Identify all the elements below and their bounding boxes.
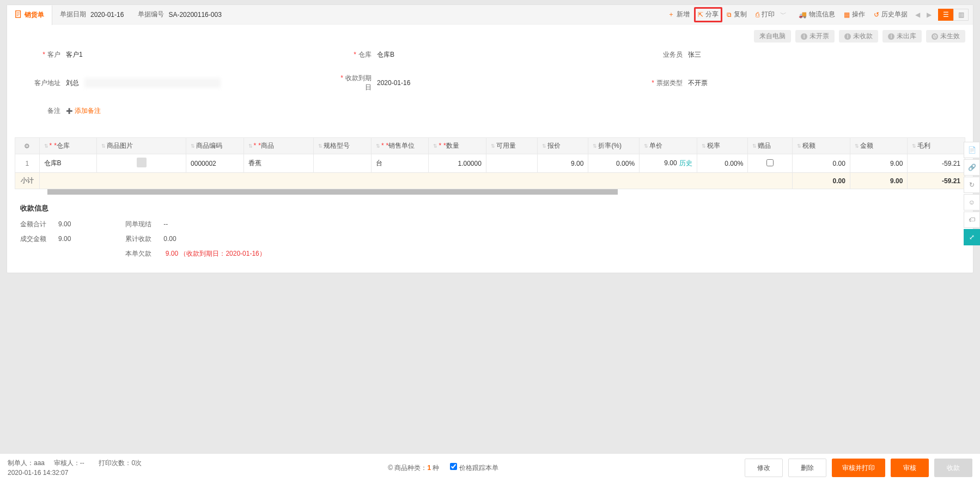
payment-title: 收款信息 [20,203,960,213]
warehouse-value[interactable]: 仓库B [377,50,394,59]
col-profit[interactable]: ⇅毛利 [908,138,965,154]
col-gift[interactable]: ⇅赠品 [748,138,793,154]
rail-attach-icon[interactable]: 🔗 [964,159,980,176]
edit-button[interactable]: 修改 [745,459,783,477]
add-remark-link[interactable]: 添加备注 [66,106,101,116]
customer-label: 客户 [23,50,60,59]
prev-icon[interactable]: ◀ [912,11,923,19]
cell-spec[interactable] [314,154,371,173]
follow-price[interactable]: 价格跟踪本单 [450,463,498,473]
plus-icon: ＋ [668,10,674,19]
cell-amount: 9.00 [850,154,907,173]
tab-title: 销货单 [25,10,44,20]
view-list-icon[interactable]: ☰ [938,9,953,21]
price-history-link[interactable]: 历史 [679,159,692,167]
gift-checkbox[interactable] [766,159,774,166]
cell-image[interactable] [97,154,186,173]
cell-avail[interactable] [486,154,537,173]
chevron-down-icon: ﹀ [777,10,790,19]
cell-unit[interactable]: 台 [371,154,428,173]
cell-price[interactable]: 9.00历史 [640,154,697,173]
auditor-value: -- [80,459,84,467]
customer-value[interactable]: 客户1 [66,50,83,59]
warehouse-label: 仓库 [334,50,372,59]
col-warehouse[interactable]: ⇅*仓库 [39,138,96,154]
col-quote[interactable]: ⇅报价 [537,138,588,154]
rail-note-icon[interactable]: 📄 [964,142,980,158]
cell-product[interactable]: 香蕉 [244,154,314,173]
status-source: 来自电脑 [754,30,791,43]
col-avail[interactable]: ⇅可用量 [486,138,537,154]
col-unit[interactable]: ⇅*销售单位 [371,138,428,154]
rail-refresh-icon[interactable]: ↻ [964,177,980,193]
gear-header[interactable]: ⚙ [15,138,40,154]
status-outbound: i未出库 [882,30,922,43]
rail-expand-icon[interactable]: ⤢ [964,229,980,245]
cell-gift[interactable] [748,154,793,173]
col-price[interactable]: ⇅单价 [640,138,697,154]
grid-icon: ▦ [844,11,850,19]
history-button[interactable]: ↺历史单据 [869,7,912,22]
col-product[interactable]: ⇅*商品 [244,138,314,154]
collect-button[interactable]: 收款 [934,459,972,477]
no-value: SA-20200116-003 [168,11,221,19]
cell-profit: -59.21 [908,154,965,173]
col-tax[interactable]: ⇅税率 [697,138,748,154]
new-button[interactable]: ＋新增 [664,7,694,22]
print-icon: ⎙ [756,11,759,19]
kinds-value: 1 [427,464,431,472]
image-placeholder-icon [137,158,147,167]
cell-discount[interactable]: 0.00% [588,154,640,173]
tab-sales-order[interactable]: 销货单 [7,5,52,25]
addr-blur [84,78,221,88]
timestamp: 2020-01-16 14:32:07 [8,469,68,477]
col-code[interactable]: ⇅商品编码 [186,138,244,154]
cum-label: 累计收款 [125,234,163,244]
status-effect: ⊘未生效 [926,30,965,43]
auditor-label: 审核人： [54,459,80,467]
owed-label: 本单欠款 [125,249,163,258]
invoice-value[interactable]: 不开票 [688,79,708,88]
print-button[interactable]: ⎙打印﹀ [751,7,794,22]
due-value[interactable]: 2020-01-16 [377,79,410,87]
date-label: 单据日期 [60,10,86,19]
audit-button[interactable]: 审核 [891,459,929,477]
ops-button[interactable]: ▦操作 [839,7,869,22]
view-card-icon[interactable]: ▥ [953,9,969,21]
subtotal-label: 小计 [15,173,40,189]
col-qty[interactable]: ⇅*数量 [429,138,486,154]
h-scrollbar[interactable] [47,189,618,195]
cell-quote[interactable]: 9.00 [537,154,588,173]
logistics-button[interactable]: 🚚物流信息 [794,7,839,22]
truck-icon: 🚚 [799,11,807,19]
share-button[interactable]: ⇱分享 [694,7,722,22]
col-spec[interactable]: ⇅规格型号 [314,138,371,154]
no-label: 单据编号 [138,10,164,19]
maker-value: aaa [34,459,45,467]
salesman-value[interactable]: 张三 [688,50,701,59]
cell-warehouse[interactable]: 仓库B [39,154,96,173]
audit-print-button[interactable]: 审核并打印 [832,459,885,477]
copy-button[interactable]: ⧉复制 [722,7,751,22]
doc-icon [15,10,22,20]
next-icon[interactable]: ▶ [923,11,935,19]
print-value: 0次 [131,459,142,467]
cell-code[interactable]: 0000002 [186,154,244,173]
subtotal-profit: -59.21 [908,173,965,189]
col-amount[interactable]: ⇅金额 [850,138,907,154]
kinds-label: 商品种类： [394,464,427,472]
follow-checkbox[interactable] [450,463,457,470]
addr-value[interactable]: 刘总 [66,79,79,88]
col-discount[interactable]: ⇅折率(%) [588,138,640,154]
due-label: 收款到期日 [334,74,372,92]
rail-user-icon[interactable]: ☺ [964,194,980,210]
col-taxamt[interactable]: ⇅税额 [793,138,850,154]
col-image[interactable]: ⇅商品图片 [97,138,186,154]
rail-tag-icon[interactable]: 🏷 [964,212,980,228]
date-value: 2020-01-16 [90,11,124,19]
maker-label: 制单人： [8,459,34,467]
delete-button[interactable]: 删除 [788,459,826,477]
table-row[interactable]: 1 仓库B 0000002 香蕉 台 1.00000 9.00 0.00% 9.… [15,154,965,173]
cell-qty[interactable]: 1.00000 [429,154,486,173]
cell-tax[interactable]: 0.00% [697,154,748,173]
